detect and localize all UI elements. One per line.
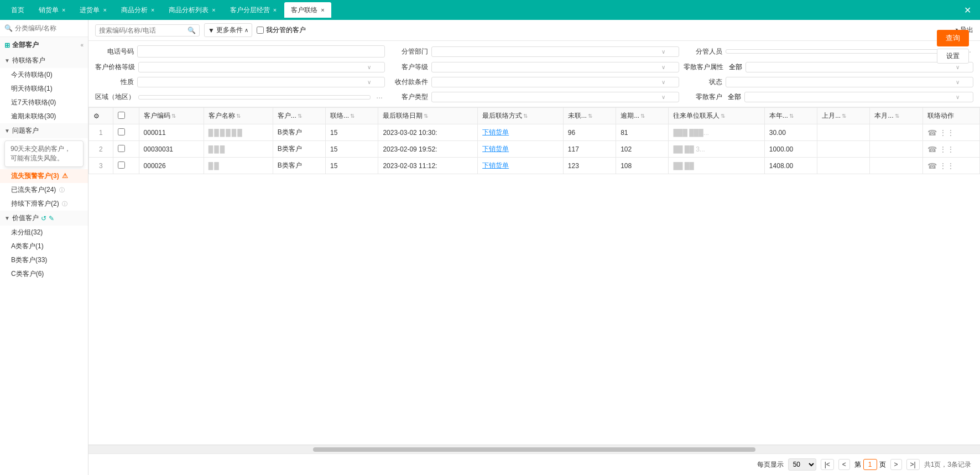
level-select[interactable]: ∨ <box>431 62 679 72</box>
settings-button[interactable]: 设置 <box>937 49 969 64</box>
col-last-date[interactable]: 最后联络日期⇅ <box>378 108 478 124</box>
table-row: 1 000011 ██████ B类客户 15 2023-03-02 10:30… <box>89 124 980 141</box>
action-more-icon[interactable]: ⋮⋮ <box>939 145 955 154</box>
sidebar-search-input[interactable] <box>15 24 88 32</box>
region-select[interactable] <box>138 95 371 100</box>
tab-sales[interactable]: 销货单 × <box>32 2 72 18</box>
sidebar-item-a-class[interactable]: A类客户(1) <box>0 239 88 253</box>
sidebar-item-c-class[interactable]: C类客户(6) <box>0 267 88 281</box>
warning-icon: ⚠ <box>62 172 68 180</box>
col-type[interactable]: 客户...⇅ <box>273 108 325 124</box>
more-conditions-btn[interactable]: ▼ 更多条件 ∧ <box>204 23 252 37</box>
action-contact-icon[interactable]: ☎ <box>927 161 937 170</box>
prev-page-btn[interactable]: < <box>838 459 850 470</box>
col-name[interactable]: 客户名称⇅ <box>204 108 273 124</box>
close-tab-customer-contact[interactable]: × <box>321 7 324 13</box>
row-last-method[interactable]: 下销货单 <box>478 141 564 158</box>
sidebar-item-7day-contact[interactable]: 近7天待联络(0) <box>0 96 88 109</box>
row-contact: 15 <box>326 124 378 141</box>
value-customer-header[interactable]: ▼ 价值客户 ↺ ✎ <box>0 211 88 226</box>
collapse-icon[interactable]: « <box>80 42 84 48</box>
col-this-month[interactable]: 本月...⇅ <box>870 108 922 124</box>
action-contact-icon[interactable]: ☎ <box>927 128 937 137</box>
refresh-icon[interactable]: ↺ <box>41 215 46 222</box>
action-more-icon[interactable]: ⋮⋮ <box>939 128 955 137</box>
price-select[interactable]: ∨ <box>138 62 385 72</box>
query-button[interactable]: 查询 <box>937 30 969 46</box>
gender-select[interactable]: ∨ <box>137 77 385 87</box>
close-tab-sales[interactable]: × <box>62 7 65 13</box>
row-checkbox[interactable] <box>113 141 139 158</box>
scroll-thumb[interactable] <box>313 447 755 452</box>
sidebar-item-declining[interactable]: 持续下滑客户(2) ⓘ <box>0 197 88 211</box>
row-last-method[interactable]: 下销货单 <box>478 158 564 174</box>
filter-row-region: 区域（地区） ··· <box>95 92 385 102</box>
col-last-month[interactable]: 上月...⇅ <box>817 108 870 124</box>
row-code: 000011 <box>139 124 204 141</box>
status-select[interactable]: ∨ <box>726 77 973 87</box>
sidebar-item-churned[interactable]: 已流失客户(24) ⓘ <box>0 183 88 197</box>
row-name: ██ <box>204 158 273 174</box>
per-page-select[interactable]: 50 100 200 <box>788 458 816 471</box>
row-last-method[interactable]: 下销货单 <box>478 124 564 141</box>
col-last-method[interactable]: 最后联络方式⇅ <box>478 108 564 124</box>
filter-row-status: 状态 ∨ <box>684 77 973 87</box>
row-checkbox[interactable] <box>113 124 139 141</box>
horizontal-scrollbar[interactable] <box>88 445 980 453</box>
col-this-year[interactable]: 本年...⇅ <box>764 108 817 124</box>
filter-search-icon[interactable]: 🔍 <box>187 27 196 34</box>
last-page-btn[interactable]: >| <box>906 459 920 470</box>
dept-select[interactable]: ∨ <box>431 46 679 57</box>
row-checkbox[interactable] <box>113 158 139 174</box>
filter-row-level: 客户等级 ∨ <box>389 62 679 72</box>
pending-contact-header[interactable]: ▼ 待联络客户 <box>0 53 88 68</box>
close-tab-analysis-list[interactable]: × <box>212 7 215 13</box>
col-settings[interactable]: ⚙ <box>89 108 113 124</box>
close-tab-analysis[interactable]: × <box>151 7 154 13</box>
payment-select[interactable]: ∨ <box>431 77 679 87</box>
close-tab-purchase[interactable]: × <box>103 7 106 13</box>
col-overdue[interactable]: 逾期...⇅ <box>616 108 669 124</box>
manager-select[interactable] <box>726 49 959 54</box>
price-arrow: ∨ <box>367 64 371 70</box>
my-customers-check-input[interactable] <box>257 27 264 34</box>
col-past-contacts[interactable]: 往来单位联系人⇅ <box>669 108 764 124</box>
col-code[interactable]: 客户编码⇅ <box>139 108 204 124</box>
action-contact-icon[interactable]: ☎ <box>927 145 937 154</box>
phone-input[interactable] <box>137 45 385 58</box>
action-more-icon[interactable]: ⋮⋮ <box>939 161 955 170</box>
col-checkbox[interactable] <box>113 108 139 124</box>
my-customers-checkbox[interactable]: 我分管的客户 <box>257 25 306 35</box>
row-last-date: 2023-02-03 11:12: <box>378 158 478 174</box>
first-page-btn[interactable]: |< <box>821 459 834 470</box>
sort-last-month: ⇅ <box>842 113 846 119</box>
edit-icon[interactable]: ✎ <box>49 215 54 222</box>
close-window-btn[interactable]: ✕ <box>960 5 976 15</box>
all-customers-header[interactable]: ⊞ 全部客户 « <box>0 37 88 53</box>
col-uncontacted[interactable]: 未联...⇅ <box>563 108 616 124</box>
zero-customer-select[interactable]: ∨ <box>744 92 973 102</box>
next-page-btn[interactable]: > <box>890 459 902 470</box>
sidebar-item-overdue-contact[interactable]: 逾期未联络(30) <box>0 109 88 123</box>
sidebar-item-today-contact[interactable]: 今天待联络(0) <box>0 68 88 82</box>
tab-analysis-list[interactable]: 商品分析列表 × <box>162 2 222 18</box>
tab-home[interactable]: 首页 <box>4 2 31 18</box>
customer-type-select[interactable]: ∨ <box>431 92 679 102</box>
lost-customer-header[interactable]: ▼ 问题客户 <box>0 123 88 138</box>
select-all-checkbox[interactable] <box>118 112 125 119</box>
close-tab-customer-tier[interactable]: × <box>273 7 277 13</box>
filter-search-input[interactable] <box>99 27 187 34</box>
sidebar-item-ungrouped[interactable]: 未分组(32) <box>0 226 88 239</box>
level-arrow: ∨ <box>661 64 665 70</box>
main-layout: 🔍 ⊞ 全部客户 « ▼ 待联络客户 今天待联络(0) 明天待联络(1) 近7天… <box>0 20 980 475</box>
tab-analysis[interactable]: 商品分析 × <box>114 2 161 18</box>
sidebar-item-churn-warning[interactable]: 流失预警客户(3) ⚠ <box>0 169 88 183</box>
region-more[interactable]: ··· <box>374 93 385 102</box>
sidebar-item-tomorrow-contact[interactable]: 明天待联络(1) <box>0 82 88 96</box>
tab-purchase[interactable]: 进货单 × <box>73 2 113 18</box>
sidebar-item-b-class[interactable]: B类客户(33) <box>0 253 88 267</box>
row-this-year: 1408.00 <box>764 158 817 174</box>
col-contact[interactable]: 联络...⇅ <box>326 108 378 124</box>
tab-customer-contact[interactable]: 客户联络 × <box>284 2 331 18</box>
tab-customer-tier[interactable]: 客户分层经营 × <box>223 2 283 18</box>
